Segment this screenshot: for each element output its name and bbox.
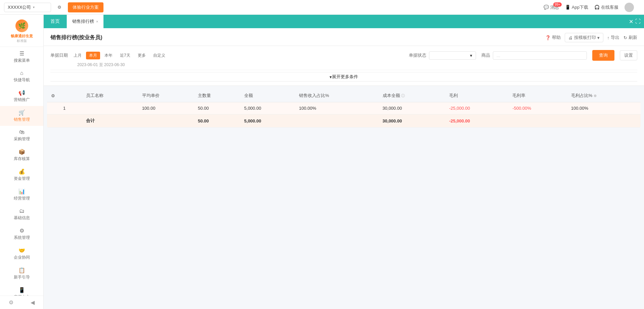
footer-settings	[47, 114, 59, 127]
print-label: 按模板打印	[574, 35, 596, 41]
sidebar-item-system[interactable]: ⚙ 系统管理	[0, 224, 43, 244]
refresh-label: 刷新	[629, 35, 637, 41]
export-button[interactable]: ↑ 导出	[607, 35, 620, 41]
date-btn-more[interactable]: 更多	[135, 52, 149, 59]
sidebar-item-label: 营销推广	[14, 97, 30, 103]
date-btn-custom[interactable]: 自定义	[150, 52, 168, 59]
user-avatar[interactable]	[625, 3, 634, 12]
date-btn-last-month[interactable]: 上月	[71, 52, 85, 59]
logo-icon: 🌿	[15, 19, 28, 32]
goods-filter: 商品 ...	[481, 51, 587, 60]
page-title: 销售排行榜(按业务员)	[50, 34, 102, 41]
table-footer-row: 合计 50.00 5,000.00 30,000.00 -25,000.00	[47, 114, 641, 127]
filter-bar: 单据日期 上月 本月 本年 近7天 更多 自定义	[44, 46, 644, 86]
handshake-icon: 🤝	[18, 247, 25, 254]
date-filter: 单据日期 上月 本月 本年 近7天 更多 自定义	[50, 52, 168, 59]
cart-icon: 🛒	[18, 109, 25, 116]
window-close-icon[interactable]: ✕	[629, 18, 633, 25]
table-row[interactable]: 1 100.00 50.00 5,000.00 100.00% 30,000.0…	[47, 102, 641, 114]
sidebar-item-label: 新手引导	[14, 274, 30, 280]
sidebar-item-label: 采购管理	[14, 136, 30, 142]
message-button[interactable]: 💬 消息 99+	[544, 4, 559, 10]
sidebar-item-purchase[interactable]: 🛍 采购管理	[0, 126, 43, 145]
sidebar-item-marketing[interactable]: 📢 营销推广	[0, 86, 43, 106]
sidebar-item-label: 库存核算	[14, 156, 30, 162]
expand-label: 展开更多条件	[332, 74, 358, 80]
headset-icon: 🎧	[594, 5, 600, 10]
sidebar-item-label: 销售管理	[14, 117, 30, 122]
window-expand-icon[interactable]: ⛶	[635, 18, 641, 24]
footer-settings-button[interactable]: ⚙	[9, 299, 13, 306]
status-select[interactable]: ▾	[429, 51, 476, 60]
footer-label: 合计	[82, 114, 138, 127]
phone-icon: 📱	[565, 5, 570, 10]
footer-sales-pct	[295, 114, 379, 127]
sidebar-item-app-center[interactable]: 📱 应用中心	[0, 284, 43, 296]
row-gross: -25,000.00	[445, 102, 509, 114]
date-filter-label: 单据日期	[50, 52, 68, 58]
status-filter-label: 单据状态	[409, 52, 426, 58]
bag-icon: 🛍	[19, 129, 25, 135]
sidebar-item-enterprise[interactable]: 🤝 企业协同	[0, 244, 43, 264]
print-button[interactable]: 🖨 按模板打印 ▾	[565, 33, 603, 42]
chevron-down-icon: ▾	[33, 5, 35, 9]
page-header: 销售排行榜(按业务员) ❓ 帮助 🖨 按模板打印 ▾ ↑	[44, 28, 644, 46]
date-btn-this-month[interactable]: 本月	[86, 52, 100, 59]
sidebar-item-finance[interactable]: 💰 资金管理	[0, 165, 43, 185]
trial-button[interactable]: 体验行业方案	[68, 2, 103, 12]
query-button[interactable]: 查询	[592, 50, 614, 61]
column-header-qty: 主数量	[194, 89, 240, 102]
help-button[interactable]: ❓ 帮助	[545, 35, 561, 41]
footer-gross-pct	[567, 114, 641, 127]
sidebar-item-inventory[interactable]: 📦 库存核算	[0, 145, 43, 165]
table-settings-icon[interactable]: ⚙	[51, 93, 55, 98]
app-download-label: App下载	[572, 4, 588, 10]
online-service-button[interactable]: 🎧 在线客服	[594, 4, 618, 10]
sidebar-item-label: 资金管理	[14, 176, 30, 182]
date-btn-7days[interactable]: 近7天	[117, 52, 133, 59]
sidebar-item-guide[interactable]: 📋 新手引导	[0, 264, 43, 284]
footer-avg-price	[138, 114, 194, 127]
sidebar-item-operations[interactable]: 📊 经营管理	[0, 185, 43, 205]
status-filter: 单据状态 ▾	[409, 51, 476, 60]
sidebar-nav: ☰ 搜索菜单 ⌂ 快捷导航 📢 营销推广 🛒 销售管理 🛍 采购管理	[0, 47, 43, 296]
settings-icon[interactable]: ⚙	[54, 2, 65, 12]
sidebar-item-basic-info[interactable]: 🗂 基础信息	[0, 205, 43, 224]
column-settings-button[interactable]: 设置	[620, 50, 637, 60]
date-range-text: 2023-06-01 至 2023-06-30	[77, 62, 125, 67]
message-icon: 💬	[544, 5, 549, 10]
expand-more-bar[interactable]: ▾ 展开更多条件	[50, 72, 637, 82]
company-selector[interactable]: XXXXX公司 ▾	[4, 3, 51, 12]
sidebar-logo: 🌿 畅康通好生意 标准版	[0, 15, 43, 47]
footer-cost: 30,000.00	[379, 114, 445, 127]
date-btn-this-year[interactable]: 本年	[101, 52, 116, 59]
sidebar-item-sales[interactable]: 🛒 销售管理	[0, 106, 43, 126]
sidebar-item-label: 快捷导航	[14, 77, 30, 83]
column-header-gross-pct: 毛利占比% ⊕	[567, 89, 641, 102]
export-label: 导出	[611, 35, 619, 41]
mobile-icon: 📱	[18, 287, 25, 293]
sidebar-item-search[interactable]: ☰ 搜索菜单	[0, 47, 43, 67]
tab-close-icon[interactable]: ×	[96, 19, 98, 23]
row-gross-rate: -500.00%	[508, 102, 567, 114]
sidebar-item-label: 基础信息	[14, 215, 30, 221]
tab-home[interactable]: 首页	[44, 15, 67, 28]
footer-qty: 50.00	[194, 114, 240, 127]
app-download-button[interactable]: 📱 App下载	[565, 4, 588, 10]
goods-input[interactable]: ...	[493, 51, 587, 60]
online-service-label: 在线客服	[601, 4, 618, 10]
sidebar-item-quick-nav[interactable]: ⌂ 快捷导航	[0, 67, 43, 86]
footer-collapse-button[interactable]: ◀	[31, 299, 35, 306]
tab-home-label: 首页	[50, 18, 60, 24]
column-header-amount: 全额	[240, 89, 295, 102]
tab-sales-ranking[interactable]: 销售排行榜 ×	[67, 15, 103, 28]
box-icon: 📦	[18, 149, 25, 155]
column-header-sales-pct: 销售收入占比%	[295, 89, 379, 102]
sidebar-item-label: 搜索菜单	[14, 58, 30, 63]
goods-filter-label: 商品	[481, 52, 490, 58]
printer-icon: 🖨	[568, 35, 573, 40]
refresh-icon: ↻	[624, 35, 627, 40]
data-table-wrapper: ⚙ 员工名称 平均单价 主数量 全额 销售收入占比% 成本全额 ⓘ 毛利 毛	[47, 89, 641, 127]
column-header-settings[interactable]: ⚙	[47, 89, 59, 102]
refresh-button[interactable]: ↻ 刷新	[624, 35, 637, 41]
